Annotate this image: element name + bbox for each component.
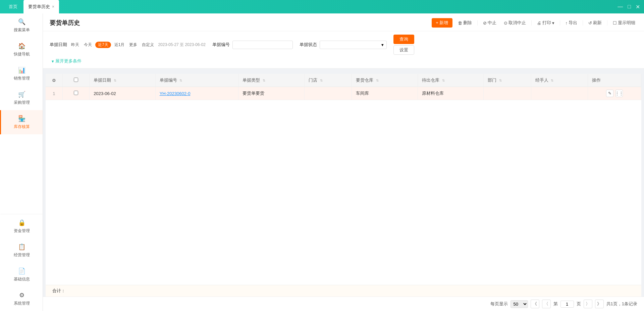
next-page-button[interactable]: 〉: [584, 300, 592, 308]
setting-button[interactable]: 设置: [393, 45, 414, 55]
row-checkbox[interactable]: [74, 91, 78, 95]
date-btn-today[interactable]: 今天: [83, 42, 93, 48]
summary-row: 合计：: [46, 285, 641, 297]
sidebar-item-label: 销售管理: [14, 76, 30, 81]
cancel-suspend-button[interactable]: ⊙ 取消中止: [502, 18, 528, 27]
page-number-input[interactable]: [560, 301, 574, 308]
sidebar-item-sales[interactable]: 📊 销售管理: [0, 62, 43, 86]
sidebar-item-label: 搜索菜单: [14, 27, 30, 33]
query-button[interactable]: 查询: [393, 35, 414, 44]
page-header: 要货单历史 + 新增 🗑 删除 ⊘ 中止 ⊙: [43, 13, 644, 31]
date-btn-more[interactable]: 更多: [128, 42, 139, 48]
sidebar-item-search-menu[interactable]: 🔍 搜索菜单: [0, 13, 43, 38]
column-settings[interactable]: ⚙: [46, 74, 62, 87]
date-btn-custom[interactable]: 自定义: [141, 42, 155, 48]
row-action-buttons: ✎ ⋮⋮: [592, 90, 637, 97]
status-select[interactable]: ▾: [320, 41, 387, 49]
sidebar-item-label: 经营管理: [14, 252, 30, 258]
column-req-warehouse: 要货仓库 ⇅: [352, 74, 418, 87]
sidebar-item-system[interactable]: ⚙ 系统管理: [0, 287, 43, 311]
prev-page-button[interactable]: 〈: [542, 300, 551, 308]
data-table: ⚙ 单据日期 ⇅ 单据编号 ⇅: [46, 74, 641, 100]
home-icon: 🏠: [18, 42, 25, 50]
column-checkbox: [62, 74, 90, 87]
status-filter-group: 单据状态 ▾: [300, 41, 387, 49]
docnum-filter-group: 单据编号: [212, 41, 293, 49]
sort-icon[interactable]: ⇅: [499, 79, 502, 82]
show-detail-button[interactable]: ☐ 显示明细: [611, 18, 637, 27]
expand-icon: ▾: [52, 59, 54, 64]
row-req-warehouse: 车间库: [352, 87, 418, 100]
sort-icon[interactable]: ⇅: [376, 79, 379, 82]
print-icon: 🖨: [537, 20, 541, 26]
sort-icon[interactable]: ⇅: [442, 79, 445, 82]
status-dropdown-icon: ▾: [381, 42, 384, 47]
expand-conditions-button[interactable]: ▾ 展开更多条件: [50, 57, 84, 65]
date-label: 单据日期: [50, 42, 67, 48]
tab-home[interactable]: 首页: [4, 0, 22, 13]
print-dropdown-icon[interactable]: ▾: [552, 20, 554, 26]
page-title: 要货单历史: [50, 19, 80, 27]
search-icon: 🔍: [18, 18, 25, 26]
suspend-button[interactable]: ⊘ 中止: [481, 18, 498, 27]
basic-info-icon: 📄: [18, 267, 25, 275]
last-page-button[interactable]: 》: [595, 300, 604, 308]
cancel-icon: ⊙: [504, 20, 507, 26]
sidebar-item-basic-info[interactable]: 📄 基础信息: [0, 263, 43, 287]
page-unit-label: 页: [577, 301, 581, 307]
sort-icon[interactable]: ⇅: [179, 79, 182, 82]
sales-icon: 📊: [18, 66, 25, 74]
date-btn-7days[interactable]: 近7天: [95, 42, 111, 48]
sidebar-item-purchase[interactable]: 🛒 采购管理: [0, 86, 43, 110]
row-docdate: 2023-06-02: [90, 87, 156, 100]
sort-icon[interactable]: ⇅: [263, 79, 265, 82]
docnum-input[interactable]: [232, 41, 293, 49]
filter-area: 单据日期 昨天 今天 近7天 近1月 更多 自定义 2023-05-27 至 2…: [43, 31, 644, 69]
page-input-label: 第: [553, 301, 558, 307]
date-btn-1month[interactable]: 近1月: [113, 42, 126, 48]
row-delete-button[interactable]: ⋮⋮: [615, 90, 623, 97]
filter-row-1: 单据日期 昨天 今天 近7天 近1月 更多 自定义 2023-05-27 至 2…: [50, 35, 637, 55]
sort-icon[interactable]: ⇅: [114, 79, 116, 82]
row-dept: [484, 87, 531, 100]
first-page-button[interactable]: 《: [531, 300, 539, 308]
export-button[interactable]: ↑ 导出: [564, 18, 580, 27]
print-button[interactable]: 🖨 打印 ▾: [535, 18, 556, 27]
table-row: 1 2023-06-02 YH-20230602-0 要货单要货 车间库 原材料…: [46, 87, 641, 100]
add-button[interactable]: + 新增: [432, 18, 452, 28]
docnum-label: 单据编号: [212, 42, 230, 48]
separator: [560, 20, 560, 26]
page-size-select[interactable]: 50 20 100: [511, 300, 528, 308]
separator: [583, 20, 583, 26]
sidebar-item-operations[interactable]: 📋 经营管理: [0, 238, 43, 263]
column-docdate: 单据日期 ⇅: [90, 74, 156, 87]
export-icon: ↑: [566, 20, 568, 26]
table-area: ⚙ 单据日期 ⇅ 单据编号 ⇅: [46, 74, 641, 285]
sidebar-item-label: 采购管理: [14, 100, 30, 105]
row-doctype: 要货单要货: [238, 87, 305, 100]
date-btn-yesterday[interactable]: 昨天: [70, 42, 80, 48]
inventory-icon: 🏪: [18, 115, 25, 122]
row-edit-button[interactable]: ✎: [606, 90, 613, 97]
sidebar-item-finance[interactable]: 🔒 资金管理: [0, 214, 43, 238]
delete-button[interactable]: 🗑 删除: [456, 18, 474, 27]
row-docnum[interactable]: YH-20230602-0: [155, 87, 238, 100]
column-docnum: 单据编号 ⇅: [155, 74, 238, 87]
close-icon[interactable]: ✕: [636, 4, 640, 10]
tab-close-icon[interactable]: ×: [52, 4, 54, 9]
date-range-display: 2023-05-27 至 2023-06-02: [158, 42, 205, 48]
sort-icon[interactable]: ⇅: [320, 79, 323, 82]
maximize-icon[interactable]: □: [628, 4, 631, 10]
column-doctype: 单据类型 ⇅: [238, 74, 305, 87]
row-store: [305, 87, 352, 100]
tab-order-history[interactable]: 要货单历史 ×: [23, 0, 59, 13]
sidebar-item-inventory[interactable]: 🏪 库存核算: [0, 110, 43, 134]
refresh-button[interactable]: ↺ 刷新: [586, 18, 604, 27]
sidebar-item-quick-nav[interactable]: 🏠 快捷导航: [0, 38, 43, 62]
content-inner: ⚙ 单据日期 ⇅ 单据编号 ⇅: [43, 69, 644, 297]
sort-icon[interactable]: ⇅: [551, 79, 553, 82]
top-bar: 首页 要货单历史 × — □ ✕: [0, 0, 644, 13]
minimize-icon[interactable]: —: [618, 4, 623, 10]
select-all-checkbox[interactable]: [74, 78, 78, 82]
page-size-label: 每页显示: [490, 301, 508, 307]
